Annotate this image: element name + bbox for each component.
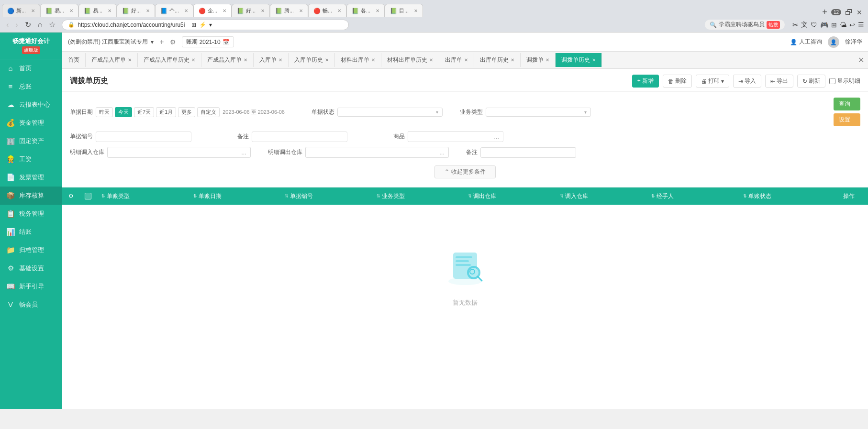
tab-11[interactable]: 调拨单历史 ✕ [556,53,602,67]
back-button[interactable]: ‹ [4,19,11,30]
display-toggle-checkbox[interactable] [829,78,835,84]
tab-4[interactable]: 入库单 ✕ [254,53,289,67]
tab-5[interactable]: 入库单历史 ✕ [289,53,335,67]
tab-close-2[interactable]: ✕ [191,57,195,63]
new-button[interactable]: + 新增 [632,75,659,88]
date-yesterday-btn[interactable]: 昨天 [96,107,113,117]
date-custom-btn[interactable]: 自定义 [197,107,220,117]
menu-icon[interactable]: ☰ [858,21,864,29]
tab-8[interactable]: 出库单 ✕ [439,53,474,67]
browser-tab-6[interactable]: 📗 好... ✕ [232,4,270,17]
browser-tab-7[interactable]: 📗 腾... ✕ [270,4,308,17]
tab-close-3[interactable]: ✕ [244,57,247,63]
home-button[interactable]: ⌂ [35,19,45,30]
tab-3[interactable]: 产成品入库单 ✕ [201,53,254,67]
business-type-select[interactable]: ▾ [486,108,591,117]
tab-close-4[interactable]: ✕ [278,57,282,63]
th-settings[interactable]: ⚙ [62,189,79,203]
settings-button[interactable]: 设置 [834,113,860,126]
tab-close-5[interactable]: ✕ [325,57,329,63]
tab-close-10[interactable]: ✕ [545,57,549,63]
close-all-tab-button[interactable]: ✕ [854,54,868,66]
bookmark-button[interactable]: ☆ [46,19,58,30]
sidebar-item-invoice[interactable]: 📄 发票管理 [0,168,62,187]
refresh-button[interactable]: ↻ [22,19,33,30]
tab-7[interactable]: 材料出库单历史 ✕ [381,53,439,67]
dropdown-icon[interactable]: ▾ [209,22,212,28]
th-handler[interactable]: ⇅ 经手人 [646,188,738,204]
refresh-button[interactable]: ↻ 刷新 [797,75,825,88]
sidebar-item-guide[interactable]: 📖 新手引导 [0,277,62,296]
browser-tab-2[interactable]: 📗 易... ✕ [78,4,117,17]
tab-1[interactable]: 产成品入库单 ✕ [86,53,138,67]
sidebar-item-member[interactable]: V 畅会员 [0,296,62,314]
tab-close-7[interactable]: ✕ [429,57,433,63]
customer-service-button[interactable]: 👤 人工咨询 [790,38,822,46]
detail-in-selector[interactable]: ... [107,147,251,158]
date-7days-btn[interactable]: 近7天 [134,107,154,117]
select-all-checkbox[interactable] [85,193,91,199]
date-more-btn[interactable]: 更多 [178,107,195,117]
sidebar-item-cloud-report[interactable]: ☁ 云报表中心 [0,96,62,114]
browser-tab-5[interactable]: 🔴 企... ✕ [193,4,232,17]
tab-close-1[interactable]: ✕ [128,57,132,63]
minimize-button[interactable]: 🗗 [845,8,853,17]
tab-10[interactable]: 调拨单 ✕ [521,53,556,67]
browser-tab-10[interactable]: 📗 目... ✕ [385,4,423,17]
date-1month-btn[interactable]: 近1月 [156,107,176,117]
collapse-button[interactable]: ⌃ 收起更多条件 [434,165,495,178]
query-button[interactable]: 查询 [834,98,860,110]
delete-button[interactable]: 🗑 删除 [663,75,692,88]
goods-selector[interactable]: ... [408,131,503,142]
th-transfer-out[interactable]: ⇅ 调出仓库 [463,188,555,204]
sidebar-item-salary[interactable]: 👷 工资 [0,150,62,168]
tab-close-6[interactable]: ✕ [371,57,375,63]
th-transfer-in[interactable]: ⇅ 调入仓库 [555,188,647,204]
tab-close-11[interactable]: ✕ [592,57,596,63]
th-doc-date[interactable]: ⇅ 单账日期 [189,188,280,204]
tab-close-9[interactable]: ✕ [511,57,514,63]
company-selector[interactable]: (勿删勿禁用) 江西服宝测试专用 ▾ [68,38,154,46]
sidebar-item-archive[interactable]: 📁 归档管理 [0,241,62,259]
browser-tab-1[interactable]: 📗 易... ✕ [40,4,78,17]
browser-tab-3[interactable]: 📗 好... ✕ [117,4,155,17]
forward-button[interactable]: › [13,19,20,30]
sidebar-item-ledger[interactable]: ≡ 总账 [0,77,62,96]
print-button[interactable]: 🖨 打印 ▾ [696,75,729,88]
export-button[interactable]: ⇤ 导出 [765,75,793,88]
sidebar-item-tax[interactable]: 📋 税务管理 [0,205,62,223]
doc-number-input[interactable] [96,132,191,142]
detail-out-selector[interactable]: ... [305,147,449,158]
browser-tab-8[interactable]: 🔴 畅... ✕ [308,4,346,17]
tab-6[interactable]: 材料出库单 ✕ [335,53,381,67]
detail-remark-input[interactable] [480,147,576,158]
new-tab-button[interactable]: + [822,7,827,17]
th-business-type[interactable]: ⇅ 业务类型 [372,188,464,204]
display-toggle[interactable]: 显示明细 [829,77,860,85]
settings-gear-icon[interactable]: ⚙ [170,38,176,46]
url-bar[interactable]: 🔒 https://cloud.chanjet.com/accounting/u… [62,20,349,30]
add-company-button[interactable]: + [159,38,164,46]
translate-icon[interactable]: 文 [801,21,808,29]
tab-9[interactable]: 出库单历史 ✕ [474,53,521,67]
sidebar-item-fixed-assets[interactable]: 🏢 固定资产 [0,132,62,150]
th-doc-number[interactable]: ⇅ 单据编号 [280,188,372,204]
sidebar-item-close[interactable]: 📊 结账 [0,223,62,241]
remark-input[interactable] [252,132,347,142]
sidebar-item-settings[interactable]: ⚙ 基础设置 [0,259,62,277]
close-button[interactable]: ✕ [857,9,862,16]
th-doc-status[interactable]: ⇅ 单账状态 [738,188,830,204]
period-selector[interactable]: 账期 2021-10 📅 [182,36,234,47]
th-checkbox[interactable] [79,189,97,203]
browser-tab-4[interactable]: 📘 个... ✕ [155,4,193,17]
sidebar-item-fund[interactable]: 💰 资金管理 [0,114,62,132]
sidebar-item-inventory[interactable]: 📦 库存核算 [0,187,62,205]
status-select[interactable]: ▾ [337,108,443,117]
tab-home[interactable]: 首页 [62,53,86,67]
sidebar-item-home[interactable]: ⌂ 首页 [0,59,62,77]
import-button[interactable]: ⇥ 导入 [733,75,761,88]
th-doc-type[interactable]: ⇅ 单账类型 [97,188,189,204]
tab-close-8[interactable]: ✕ [464,57,468,63]
tab-2[interactable]: 产成品入库单历史 ✕ [138,53,201,67]
browser-tab-back[interactable]: 🔵 新... ✕ [2,4,40,17]
